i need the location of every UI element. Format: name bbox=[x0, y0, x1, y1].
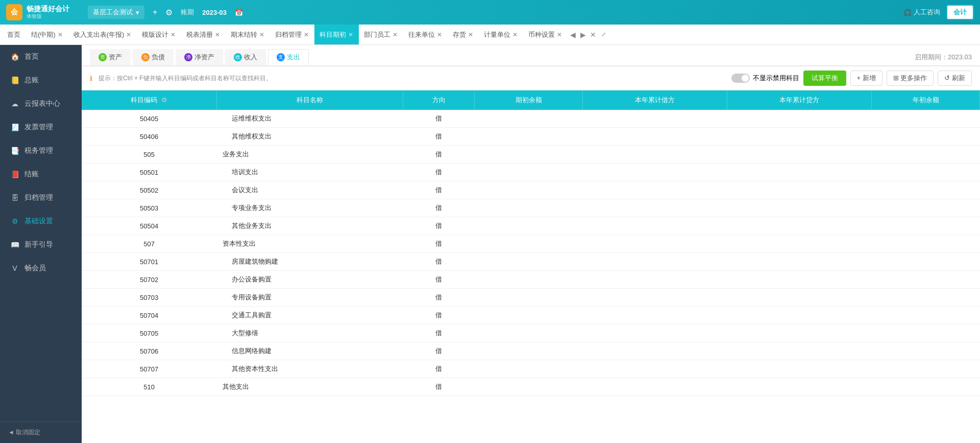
sidebar-item-ledger[interactable]: 📒 总账 bbox=[0, 68, 82, 92]
tab-inventory[interactable]: 存货 ✕ bbox=[448, 25, 479, 45]
cell-year-start bbox=[872, 199, 980, 217]
cell-ytd-debit bbox=[583, 360, 727, 378]
sidebar-item-member[interactable]: V 畅会员 bbox=[0, 257, 82, 280]
tab-subject-init[interactable]: 科目期初 ✕ bbox=[314, 25, 359, 45]
tab-close-all[interactable]: ✕ bbox=[588, 25, 598, 45]
tab-currency-close[interactable]: ✕ bbox=[557, 25, 562, 45]
sidebar-collapse[interactable]: ◄ 取消固定 bbox=[0, 422, 82, 443]
sidebar-cloud-label: 云报表中心 bbox=[24, 99, 60, 108]
sidebar-item-tax[interactable]: 📑 税务管理 bbox=[0, 139, 82, 162]
table-row[interactable]: 50704交通工具购置借 bbox=[82, 307, 980, 324]
cell-direction: 借 bbox=[403, 235, 475, 253]
sub-tab-expense[interactable]: 支 支出 bbox=[268, 49, 309, 65]
balance-button[interactable]: 试算平衡 bbox=[803, 71, 846, 86]
sidebar-item-home[interactable]: 🏠 首页 bbox=[0, 45, 82, 68]
sidebar-item-guide[interactable]: 📖 新手引导 bbox=[0, 233, 82, 257]
tab-income-annual[interactable]: 收入支出表(年报) ✕ bbox=[68, 25, 137, 45]
table-row[interactable]: 505业务支出借 bbox=[82, 146, 980, 164]
tab-template[interactable]: 模版设计 ✕ bbox=[137, 25, 181, 45]
add-button[interactable]: + 新增 bbox=[850, 71, 883, 86]
table-row[interactable]: 50406其他维权支出借 bbox=[82, 128, 980, 146]
tab-archive[interactable]: 归档管理 ✕ bbox=[270, 25, 314, 45]
sub-tab-liability[interactable]: 负 负债 bbox=[133, 49, 174, 65]
sidebar-item-cloud[interactable]: ☁ 云报表中心 bbox=[0, 92, 82, 115]
company-name: 基层工会测试 bbox=[93, 8, 133, 17]
tab-dept-close[interactable]: ✕ bbox=[393, 25, 398, 45]
tab-home[interactable]: 首页 bbox=[2, 25, 26, 45]
cell-direction: 借 bbox=[403, 307, 475, 324]
cell-code: 50503 bbox=[82, 199, 216, 217]
tab-inventory-close[interactable]: ✕ bbox=[468, 25, 473, 45]
tab-unit[interactable]: 计量单位 ✕ bbox=[479, 25, 523, 45]
cell-name: 房屋建筑物购建 bbox=[216, 253, 403, 271]
tab-dept[interactable]: 部门员工 ✕ bbox=[359, 25, 403, 45]
tab-nav-left[interactable]: ◀ bbox=[568, 25, 578, 45]
settings-icon[interactable]: ⚙ bbox=[165, 8, 173, 17]
table-row[interactable]: 50504其他业务支出借 bbox=[82, 217, 980, 235]
sidebar-guide-label: 新手引导 bbox=[24, 240, 53, 249]
tab-template-close[interactable]: ✕ bbox=[170, 25, 176, 45]
cell-direction: 借 bbox=[403, 199, 475, 217]
cell-ytd-credit bbox=[727, 253, 872, 271]
tab-counterparty[interactable]: 往来单位 ✕ bbox=[403, 25, 448, 45]
sub-tab-income[interactable]: 收 收入 bbox=[225, 49, 266, 65]
disable-toggle[interactable]: 不显示禁用科目 bbox=[731, 74, 799, 83]
tab-income-annual-close[interactable]: ✕ bbox=[126, 25, 131, 45]
sub-tab-asset[interactable]: 资 资产 bbox=[90, 49, 131, 65]
col-name: 科目名称 bbox=[216, 90, 403, 110]
cell-opening-balance bbox=[475, 289, 583, 307]
table-row[interactable]: 507资本性支出借 bbox=[82, 235, 980, 253]
more-button[interactable]: ⊞ 更多操作 bbox=[887, 71, 934, 86]
tab-mid-period[interactable]: 结(中期) ✕ bbox=[26, 25, 68, 45]
table-header: 科目编码 ⚙ 科目名称 方向 期初余额 本年累计借方 本年累计贷方 年初余额 bbox=[82, 90, 980, 110]
cell-opening-balance bbox=[475, 110, 583, 128]
cell-direction: 借 bbox=[403, 253, 475, 271]
table-row[interactable]: 50502会议支出借 bbox=[82, 181, 980, 199]
tab-period-end[interactable]: 期末结转 ✕ bbox=[226, 25, 270, 45]
table-row[interactable]: 50503专项业务支出借 bbox=[82, 199, 980, 217]
tab-counterparty-close[interactable]: ✕ bbox=[437, 25, 442, 45]
sidebar-item-archive[interactable]: 🗄 归档管理 bbox=[0, 186, 82, 209]
table-row[interactable]: 50707其他资本性支出借 bbox=[82, 360, 980, 378]
table-row[interactable]: 50701房屋建筑物购建借 bbox=[82, 253, 980, 271]
tab-tax[interactable]: 税表清册 ✕ bbox=[181, 25, 226, 45]
tab-unit-close[interactable]: ✕ bbox=[512, 25, 518, 45]
customer-service-btn[interactable]: 🎧 人工咨询 bbox=[903, 8, 940, 17]
tab-archive-close[interactable]: ✕ bbox=[304, 25, 309, 45]
sidebar-item-invoice[interactable]: 🧾 发票管理 bbox=[0, 115, 82, 139]
table-row[interactable]: 50702办公设备购置借 bbox=[82, 271, 980, 289]
sub-tab-income-label: 收入 bbox=[244, 53, 257, 62]
tab-nav-right[interactable]: ▶ bbox=[578, 25, 588, 45]
tab-currency[interactable]: 币种设置 ✕ bbox=[523, 25, 568, 45]
table-row[interactable]: 50501培训支出借 bbox=[82, 164, 980, 181]
cell-code: 50501 bbox=[82, 164, 216, 181]
cell-ytd-debit bbox=[583, 289, 727, 307]
table-row[interactable]: 50405运维维权支出借 bbox=[82, 110, 980, 128]
tab-mid-period-close[interactable]: ✕ bbox=[58, 25, 63, 45]
table-row[interactable]: 50703专用设备购置借 bbox=[82, 289, 980, 307]
table-row[interactable]: 50706信息网络购建借 bbox=[82, 342, 980, 360]
sidebar-item-settings[interactable]: ⚙ 基础设置 bbox=[0, 209, 82, 233]
sidebar-item-close-book[interactable]: 📕 结账 bbox=[0, 162, 82, 186]
company-selector[interactable]: 基层工会测试 ▾ bbox=[88, 6, 144, 19]
toggle-label: 不显示禁用科目 bbox=[753, 74, 799, 83]
account-button[interactable]: 会计 bbox=[946, 5, 974, 20]
member-icon: V bbox=[10, 264, 19, 273]
refresh-button[interactable]: ↺ 刷新 bbox=[938, 71, 972, 86]
sub-tab-net-asset[interactable]: 净 净资产 bbox=[176, 49, 223, 65]
period-value: 2023-03 bbox=[202, 9, 227, 16]
table-row[interactable]: 510其他支出借 bbox=[82, 378, 980, 396]
table-row[interactable]: 50705大型修缮借 bbox=[82, 324, 980, 342]
cell-ytd-credit bbox=[727, 164, 872, 181]
tab-tax-close[interactable]: ✕ bbox=[215, 25, 220, 45]
cell-ytd-credit bbox=[727, 199, 872, 217]
home-icon: 🏠 bbox=[10, 52, 19, 61]
switch-track[interactable] bbox=[731, 74, 750, 83]
tab-expand[interactable]: ⤢ bbox=[598, 25, 608, 45]
tab-subject-init-close[interactable]: ✕ bbox=[348, 25, 353, 45]
plus-icon[interactable]: + bbox=[153, 8, 157, 17]
col-settings-icon[interactable]: ⚙ bbox=[161, 96, 167, 104]
calendar-icon[interactable]: 📅 bbox=[235, 9, 243, 16]
tab-period-end-close[interactable]: ✕ bbox=[259, 25, 264, 45]
col-opening-balance: 期初余额 bbox=[475, 90, 583, 110]
